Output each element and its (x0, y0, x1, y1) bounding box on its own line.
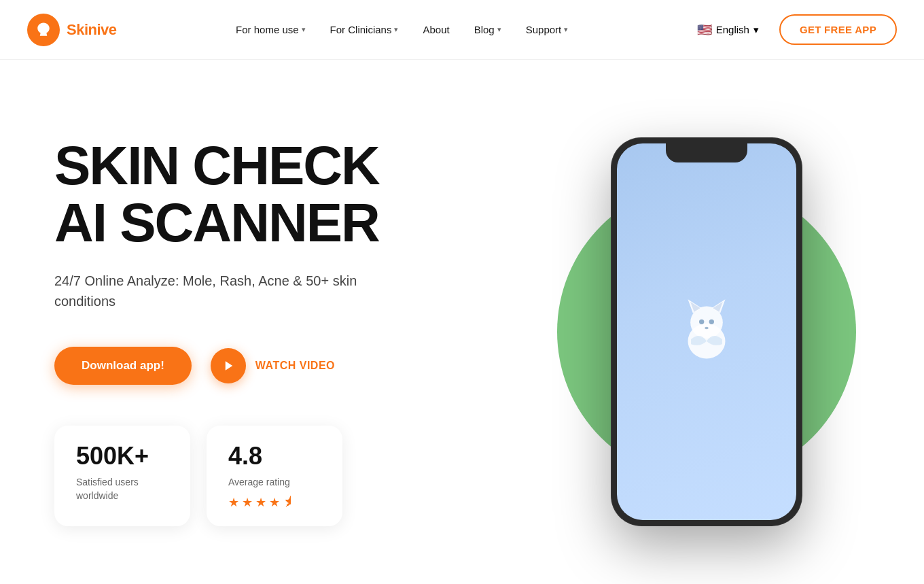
hero-actions: Download app! WATCH VIDEO (54, 347, 448, 385)
stat-number-rating: 4.8 (228, 442, 321, 470)
svg-point-0 (41, 27, 43, 29)
phone-shell (611, 138, 802, 526)
nav-item-blog[interactable]: Blog ▾ (463, 18, 512, 41)
watch-video-label: WATCH VIDEO (255, 360, 335, 372)
star-4: ★ (269, 495, 280, 510)
play-button[interactable] (211, 348, 246, 383)
nav-item-for-home-use[interactable]: For home use ▾ (225, 18, 317, 41)
stats-section: 500K+ Satisfied users worldwide 4.8 Aver… (54, 426, 448, 526)
nav-item-support[interactable]: Support ▾ (515, 18, 580, 41)
play-icon (223, 360, 235, 372)
hero-title: SKIN CHECK AI SCANNER (54, 137, 448, 252)
svg-point-1 (44, 27, 46, 29)
chevron-down-icon: ▾ (394, 25, 398, 34)
phone-notch (666, 143, 747, 162)
logo-icon (27, 14, 60, 46)
star-2: ★ (242, 495, 253, 510)
svg-marker-2 (226, 361, 233, 371)
hero-subtitle: 24/7 Online Analyze: Mole, Rash, Acne & … (54, 271, 380, 311)
nav-item-about[interactable]: About (412, 18, 460, 41)
app-screen-logo (666, 291, 747, 373)
hero-right (544, 101, 870, 563)
star-1: ★ (228, 495, 239, 510)
hero-section: SKIN CHECK AI SCANNER 24/7 Online Analyz… (0, 60, 924, 584)
phone-mockup (611, 138, 802, 526)
get-free-app-button[interactable]: GET FREE APP (779, 14, 897, 45)
logo[interactable]: Skinive (27, 14, 117, 46)
nav-links: For home use ▾ For Clinicians ▾ About Bl… (225, 18, 579, 41)
svg-point-10 (709, 320, 714, 324)
svg-point-9 (699, 320, 704, 324)
stat-card-rating: 4.8 Average rating ★ ★ ★ ★ ⯨ (207, 426, 342, 526)
nav-item-for-clinicians[interactable]: For Clinicians ▾ (319, 18, 410, 41)
navbar: Skinive For home use ▾ For Clinicians ▾ … (0, 0, 924, 60)
download-app-button[interactable]: Download app! (54, 347, 192, 385)
star-rating: ★ ★ ★ ★ ⯨ (228, 495, 321, 510)
stat-card-users: 500K+ Satisfied users worldwide (54, 426, 190, 526)
language-label: English (716, 24, 749, 35)
brand-name: Skinive (67, 21, 117, 39)
chevron-down-icon: ▾ (302, 25, 306, 34)
stat-number-users: 500K+ (76, 442, 168, 470)
star-3: ★ (255, 495, 266, 510)
stat-label-users: Satisfied users worldwide (76, 476, 168, 502)
nav-right: 🇺🇸 English ▾ GET FREE APP (688, 14, 897, 45)
chevron-down-icon: ▾ (564, 25, 568, 34)
app-logo-svg (669, 294, 744, 369)
chevron-down-icon: ▾ (753, 24, 759, 36)
hero-left: SKIN CHECK AI SCANNER 24/7 Online Analyz… (54, 137, 448, 526)
logo-svg (34, 20, 53, 39)
language-selector[interactable]: 🇺🇸 English ▾ (688, 17, 768, 43)
flag-icon: 🇺🇸 (697, 22, 712, 37)
stat-label-rating: Average rating (228, 476, 321, 489)
phone-screen (617, 143, 796, 520)
chevron-down-icon: ▾ (497, 25, 501, 34)
star-half: ⯨ (283, 495, 295, 510)
svg-point-11 (705, 327, 709, 330)
watch-video[interactable]: WATCH VIDEO (211, 348, 335, 383)
